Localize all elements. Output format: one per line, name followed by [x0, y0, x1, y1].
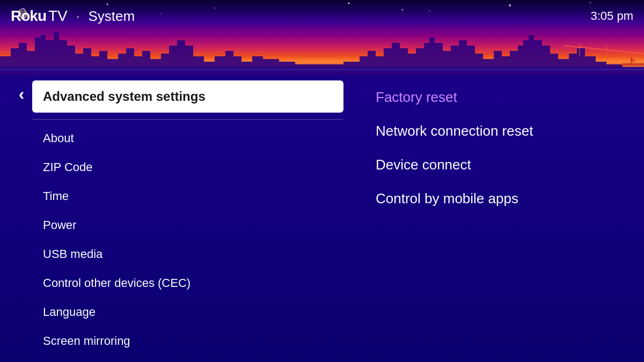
main-content: Advanced system settings About ZIP Code …: [0, 70, 644, 362]
menu-item-usb[interactable]: USB media: [32, 240, 343, 269]
svg-marker-7: [620, 63, 644, 65]
menu-item-language-label: Language: [43, 305, 96, 319]
menu-item-time[interactable]: Time: [32, 182, 343, 211]
cityscape: [0, 27, 644, 75]
right-menu-item-factory-reset-label: Factory reset: [376, 89, 457, 105]
right-menu-item-factory-reset[interactable]: Factory reset: [376, 80, 612, 114]
right-panel: Factory reset Network connection reset D…: [343, 80, 612, 351]
menu-divider: [32, 119, 343, 120]
right-menu-item-network-reset[interactable]: Network connection reset: [376, 114, 612, 148]
menu-item-zipcode[interactable]: ZIP Code: [32, 153, 343, 182]
menu-item-cec[interactable]: Control other devices (CEC): [32, 269, 343, 298]
right-menu-item-network-reset-label: Network connection reset: [376, 123, 533, 139]
svg-marker-9: [631, 56, 636, 62]
header-time: 3:05 pm: [591, 9, 634, 23]
svg-line-3: [564, 46, 644, 54]
right-menu-item-mobile-apps[interactable]: Control by mobile apps: [376, 182, 612, 216]
menu-item-screen-mirroring-label: Screen mirroring: [43, 334, 130, 348]
menu-item-zipcode-label: ZIP Code: [43, 160, 93, 174]
menu-item-power-label: Power: [43, 218, 76, 232]
menu-item-software-update[interactable]: Software update: [32, 356, 343, 362]
menu-item-about-label: About: [43, 131, 74, 145]
menu-item-cec-label: Control other devices (CEC): [43, 276, 191, 290]
menu-item-about[interactable]: About: [32, 124, 343, 153]
header-title: System: [88, 8, 135, 25]
left-panel: Advanced system settings About ZIP Code …: [32, 80, 343, 351]
menu-item-language[interactable]: Language: [32, 298, 343, 327]
menu-item-power[interactable]: Power: [32, 211, 343, 240]
right-menu-item-device-connect-label: Device connect: [376, 157, 471, 173]
selected-item-label: Advanced system settings: [43, 89, 206, 104]
menu-item-usb-label: USB media: [43, 247, 103, 261]
right-menu-item-device-connect[interactable]: Device connect: [376, 148, 612, 182]
menu-item-time-label: Time: [43, 189, 69, 203]
roku-logo: Roku TV: [11, 8, 68, 25]
roku-brand: Roku: [11, 8, 46, 25]
menu-item-screen-mirroring[interactable]: Screen mirroring: [32, 327, 343, 356]
header: Roku TV · System 3:05 pm: [0, 0, 644, 32]
header-separator: ·: [76, 9, 80, 24]
selected-menu-item[interactable]: Advanced system settings: [32, 80, 343, 113]
roku-tv: TV: [48, 8, 68, 25]
right-menu-item-mobile-apps-label: Control by mobile apps: [376, 190, 518, 206]
